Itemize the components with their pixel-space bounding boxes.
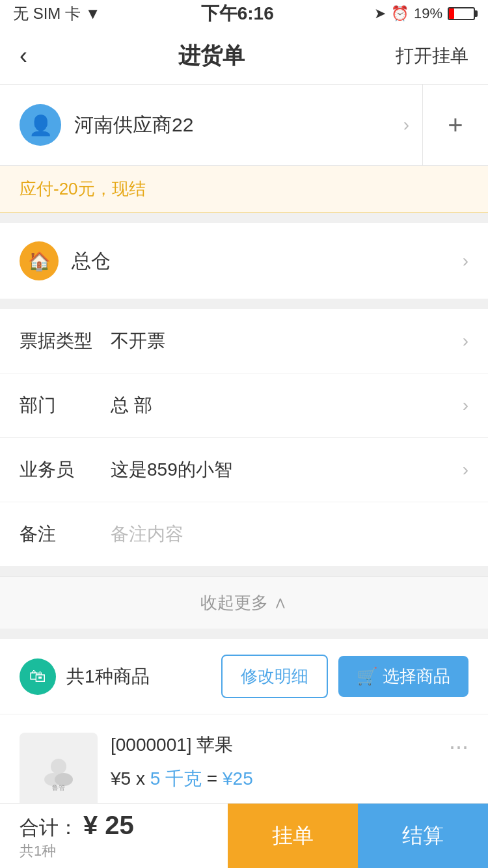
bag-icon: 🛍: [29, 666, 46, 686]
main-content: 👤 河南供应商22 › + 应付-20元，现结 🏠 总仓 › 票据类型 不开票 …: [0, 85, 488, 868]
bottom-bar: 合计： ¥ 25 共1种 挂单 结算: [0, 803, 488, 868]
total-line: 合计： ¥ 25: [20, 811, 208, 841]
multiply-sign: x: [136, 768, 150, 789]
more-options-button[interactable]: ···: [449, 733, 468, 760]
alarm-icon: ⏰: [391, 5, 409, 22]
product-info: [0000001] 苹果 ¥5 x 5 千克 = ¥25: [111, 733, 436, 791]
department-chevron-icon: ›: [463, 395, 468, 416]
page-title: 进货单: [178, 41, 245, 71]
supplier-avatar: 👤: [20, 104, 61, 146]
supplier-name: 河南供应商22: [74, 112, 397, 139]
warehouse-chevron-icon: ›: [463, 251, 468, 271]
invoice-type-chevron-icon: ›: [463, 331, 468, 351]
equal-sign: =: [207, 768, 223, 789]
hang-button[interactable]: 挂单: [228, 804, 358, 868]
form-section: 票据类型 不开票 › 部门 总 部 › 业务员 这是859的小智 › 备注 备注…: [0, 309, 488, 566]
product-thumbnail: 鲁管: [20, 733, 98, 811]
department-label: 部门: [20, 393, 98, 418]
supplier-row[interactable]: 👤 河南供应商22 ›: [0, 85, 423, 165]
total-label: 合计：: [20, 815, 78, 841]
open-hang-button[interactable]: 打开挂单: [396, 44, 468, 68]
salesperson-label: 业务员: [20, 457, 98, 482]
collapse-bar[interactable]: 收起更多 ∧: [0, 576, 488, 629]
unit-price: ¥5: [111, 768, 131, 789]
supplier-section: 👤 河南供应商22 › +: [0, 85, 488, 166]
salesperson-row[interactable]: 业务员 这是859的小智 ›: [0, 437, 488, 502]
svg-point-0: [51, 759, 66, 774]
nav-bar: ‹ 进货单 打开挂单: [0, 27, 488, 85]
battery-percent: 19%: [414, 5, 442, 22]
home-icon: 🏠: [28, 251, 51, 272]
avatar-icon: 👤: [29, 114, 53, 137]
status-left: 无 SIM 卡 ▼: [13, 3, 100, 24]
department-row[interactable]: 部门 总 部 ›: [0, 373, 488, 437]
remark-row[interactable]: 备注 备注内容: [0, 502, 488, 566]
total-sub: 共1种: [20, 841, 208, 861]
battery-icon: [448, 7, 475, 20]
quantity: 5: [150, 768, 161, 789]
invoice-type-label: 票据类型: [20, 329, 98, 353]
salesperson-chevron-icon: ›: [463, 459, 468, 480]
status-time: 下午6:16: [201, 1, 274, 26]
sim-label: 无 SIM 卡 ▼: [13, 3, 100, 24]
checkout-button[interactable]: 结算: [358, 804, 488, 868]
location-icon: ➤: [374, 5, 386, 22]
select-icon: 🛒: [357, 666, 377, 686]
invoice-type-value: 不开票: [98, 329, 456, 353]
products-count: 共1种商品: [66, 664, 211, 689]
products-icon: 🛍: [20, 658, 56, 695]
select-product-button[interactable]: 🛒 选择商品: [338, 656, 468, 697]
svg-text:鲁管: 鲁管: [52, 784, 65, 791]
status-bar: 无 SIM 卡 ▼ 下午6:16 ➤ ⏰ 19%: [0, 0, 488, 27]
products-header: 🛍 共1种商品 修改明细 🛒 选择商品: [0, 639, 488, 714]
warehouse-name: 总仓: [72, 248, 456, 275]
product-name: [0000001] 苹果: [111, 733, 436, 757]
edit-detail-button[interactable]: 修改明细: [221, 655, 328, 698]
salesperson-value: 这是859的小智: [98, 457, 456, 482]
invoice-type-row[interactable]: 票据类型 不开票 ›: [0, 309, 488, 373]
total-price: ¥25: [223, 768, 253, 789]
add-supplier-button[interactable]: +: [423, 85, 488, 165]
notice-bar: 应付-20元，现结: [0, 166, 488, 213]
total-amount: ¥ 25: [83, 811, 134, 840]
unit: 千克: [165, 768, 202, 789]
supplier-chevron-icon: ›: [403, 115, 409, 135]
status-right: ➤ ⏰ 19%: [374, 5, 475, 22]
remark-input[interactable]: 备注内容: [98, 522, 468, 547]
department-value: 总 部: [98, 393, 456, 418]
total-section: 合计： ¥ 25 共1种: [0, 804, 228, 868]
warehouse-icon: 🏠: [20, 241, 59, 280]
back-button[interactable]: ‹: [20, 42, 27, 70]
select-label: 选择商品: [383, 665, 450, 688]
remark-label: 备注: [20, 522, 98, 547]
products-section: 🛍 共1种商品 修改明细 🛒 选择商品 鲁管 [0000001]: [0, 639, 488, 829]
warehouse-row[interactable]: 🏠 总仓 ›: [0, 223, 488, 299]
product-price: ¥5 x 5 千克 = ¥25: [111, 766, 436, 791]
